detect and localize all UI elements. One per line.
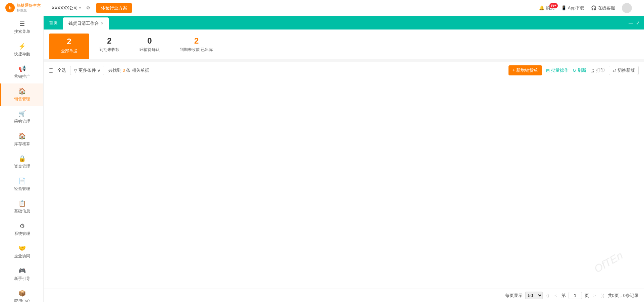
sidebar-label-purchase: 采购管理 bbox=[14, 119, 30, 124]
batch-label: 批量操作 bbox=[551, 67, 569, 73]
logo-text-area: 畅捷通好生意 标准版 bbox=[17, 3, 41, 12]
sidebar-item-sales[interactable]: 🏠 销售管理 bbox=[0, 83, 43, 106]
per-page-select[interactable]: 50 100 200 bbox=[525, 292, 543, 299]
switch-icon: ⇄ bbox=[612, 68, 616, 73]
stat-overdue-shipped-count: 2 bbox=[194, 36, 199, 46]
maximize-icon[interactable]: ⤢ bbox=[636, 20, 640, 25]
sidebar-label-app-center: 应用中心 bbox=[14, 298, 30, 302]
found-text: 共找到 0 条 相关单据 bbox=[108, 67, 149, 73]
sidebar-icon-sales: 🏠 bbox=[18, 87, 26, 95]
stat-tab-overdue[interactable]: 2 到期未收款 bbox=[89, 34, 129, 59]
per-page-label: 每页显示 bbox=[505, 293, 523, 299]
batch-icon: ⊞ bbox=[546, 68, 550, 73]
next-page-btn[interactable]: ＞ bbox=[592, 293, 598, 299]
pagination: 每页显示 50 100 200 ⟨⟨ ＜ 第 页 ＞ ⟩⟩ 共0页，0条记录 bbox=[44, 289, 644, 302]
sidebar-label-inventory: 库存核算 bbox=[14, 141, 30, 147]
filter-btn[interactable]: ▽ 更多条件 ∨ bbox=[70, 66, 104, 75]
stat-tab-pending[interactable]: 0 旺辅待确认 bbox=[129, 34, 170, 59]
sidebar-item-app-center[interactable]: 📦 应用中心 bbox=[0, 286, 43, 302]
stat-pending-count: 0 bbox=[147, 36, 152, 46]
refresh-icon: ↻ bbox=[573, 68, 576, 73]
company-name: XXXXXX公司 bbox=[52, 5, 78, 11]
filter-icon: ▽ bbox=[74, 68, 77, 73]
switch-label: 切换新版 bbox=[618, 67, 635, 73]
sidebar-icon-operation: 📄 bbox=[18, 177, 26, 185]
header-right: 🔔 消息 99+ 📱 App下载 🎧 在线客服 bbox=[539, 3, 639, 13]
sidebar-icon-guide: 🎮 bbox=[18, 267, 26, 275]
sidebar-label-quick-nav: 快捷导航 bbox=[14, 51, 30, 57]
company-selector[interactable]: XXXXXX公司 ▾ bbox=[52, 5, 81, 11]
tab-close-icon[interactable]: × bbox=[101, 21, 103, 26]
bell-icon: 🔔 bbox=[539, 5, 544, 10]
sidebar-icon-system: ⚙ bbox=[19, 222, 25, 230]
sidebar-item-quick-nav[interactable]: ⚡ 快捷导航 bbox=[0, 39, 43, 61]
total-label: 共0页，0条记录 bbox=[608, 293, 639, 299]
sidebar-icon-app-center: 📦 bbox=[18, 290, 26, 297]
logo-area: b 畅捷通好生意 标准版 bbox=[5, 3, 49, 12]
avatar[interactable] bbox=[622, 3, 632, 13]
last-page-btn[interactable]: ⟩⟩ bbox=[600, 293, 605, 298]
sidebar-icon-finance: 🔒 bbox=[18, 155, 26, 162]
stat-all-count: 2 bbox=[67, 36, 71, 47]
stat-overdue-label: 到期未收款 bbox=[99, 47, 119, 53]
refresh-label: 刷新 bbox=[578, 67, 586, 73]
sidebar-item-guide[interactable]: 🎮 新手引导 bbox=[0, 263, 43, 286]
print-icon: 🖨 bbox=[590, 68, 595, 73]
stat-pending-label: 旺辅待确认 bbox=[140, 47, 160, 53]
sidebar-label-sales: 销售管理 bbox=[14, 96, 30, 102]
main-layout: ☰ 搜索菜单 ⚡ 快捷导航 📢 营销推广 🏠 销售管理 🛒 采购管理 🏠 库存核… bbox=[0, 16, 644, 302]
sidebar-icon-marketing: 📢 bbox=[18, 65, 26, 72]
sidebar-item-cooperation[interactable]: 🤝 企业协同 bbox=[0, 241, 43, 263]
print-label: 打印 bbox=[596, 67, 605, 73]
logo-icon: b bbox=[5, 3, 15, 12]
sidebar-icon-basic-info: 📋 bbox=[18, 200, 26, 207]
select-all-label: 全选 bbox=[57, 67, 66, 73]
top-header: b 畅捷通好生意 标准版 XXXXXX公司 ▾ ⚙ 体验行业方案 🔔 消息 99… bbox=[0, 0, 644, 16]
settings-icon[interactable]: ⚙ bbox=[84, 3, 93, 13]
tab-home[interactable]: 首页 bbox=[44, 16, 63, 29]
content-area: 首页 钱货日清工作台 × — ⤢ 2 全部单据 2 到期未收款 bbox=[44, 16, 644, 302]
sidebar-icon-inventory: 🏠 bbox=[18, 132, 26, 140]
sidebar-item-search-menu[interactable]: ☰ 搜索菜单 bbox=[0, 16, 43, 39]
online-service-btn[interactable]: 🎧 在线客服 bbox=[591, 5, 615, 11]
stat-all-label: 全部单据 bbox=[61, 48, 77, 54]
app-download-btn[interactable]: 📱 App下载 bbox=[561, 5, 584, 11]
page-label: 第 bbox=[561, 293, 566, 299]
prev-page-btn[interactable]: ＜ bbox=[553, 293, 559, 299]
app-download-label: App下载 bbox=[568, 5, 584, 11]
messages-btn[interactable]: 🔔 消息 99+ bbox=[539, 5, 554, 11]
trial-btn[interactable]: 体验行业方案 bbox=[96, 3, 132, 13]
print-btn[interactable]: 🖨 打印 bbox=[590, 67, 605, 73]
download-icon: 📱 bbox=[561, 5, 567, 10]
sidebar-item-purchase[interactable]: 🛒 采购管理 bbox=[0, 106, 43, 128]
minimize-icon[interactable]: — bbox=[629, 20, 633, 25]
headset-icon: 🎧 bbox=[591, 5, 596, 10]
found-count: 0 bbox=[123, 68, 125, 73]
stat-overdue-count: 2 bbox=[107, 36, 111, 46]
select-all-checkbox[interactable] bbox=[49, 68, 53, 73]
sidebar-icon-cooperation: 🤝 bbox=[18, 245, 26, 252]
switch-version-btn[interactable]: ⇄ 切换新版 bbox=[609, 66, 639, 75]
sidebar-item-marketing[interactable]: 📢 营销推广 bbox=[0, 61, 43, 83]
stat-tab-overdue-shipped[interactable]: 2 到期未收款 已出库 bbox=[170, 34, 223, 59]
batch-operation-btn[interactable]: ⊞ 批量操作 bbox=[546, 67, 569, 73]
sidebar-label-guide: 新手引导 bbox=[14, 276, 30, 282]
sidebar-item-system[interactable]: ⚙ 系统管理 bbox=[0, 218, 43, 241]
page-input[interactable] bbox=[569, 292, 582, 299]
toolbar-right: + 新增销货单 ⊞ 批量操作 ↻ 刷新 🖨 打印 ⇄ bbox=[508, 65, 639, 75]
tab-bar: 首页 钱货日清工作台 × — ⤢ bbox=[44, 16, 644, 29]
sidebar-label-basic-info: 基础信息 bbox=[14, 208, 30, 214]
sidebar-label-cooperation: 企业协同 bbox=[14, 253, 30, 259]
first-page-btn[interactable]: ⟨⟨ bbox=[545, 293, 550, 298]
page-suffix: 页 bbox=[585, 293, 589, 299]
sidebar-item-operation[interactable]: 📄 经营管理 bbox=[0, 173, 43, 196]
sidebar-item-basic-info[interactable]: 📋 基础信息 bbox=[0, 196, 43, 218]
stat-tab-all[interactable]: 2 全部单据 bbox=[49, 34, 89, 59]
messages-badge: 99+ bbox=[549, 3, 558, 8]
sidebar-item-inventory[interactable]: 🏠 库存核算 bbox=[0, 128, 43, 151]
add-sales-order-btn[interactable]: + 新增销货单 bbox=[508, 65, 542, 75]
tab-active[interactable]: 钱货日清工作台 × bbox=[63, 17, 109, 29]
refresh-btn[interactable]: ↻ 刷新 bbox=[573, 67, 586, 73]
sidebar-item-finance[interactable]: 🔒 资金管理 bbox=[0, 151, 43, 173]
stats-tabs: 2 全部单据 2 到期未收款 0 旺辅待确认 2 到期未收款 已出库 bbox=[44, 29, 644, 59]
